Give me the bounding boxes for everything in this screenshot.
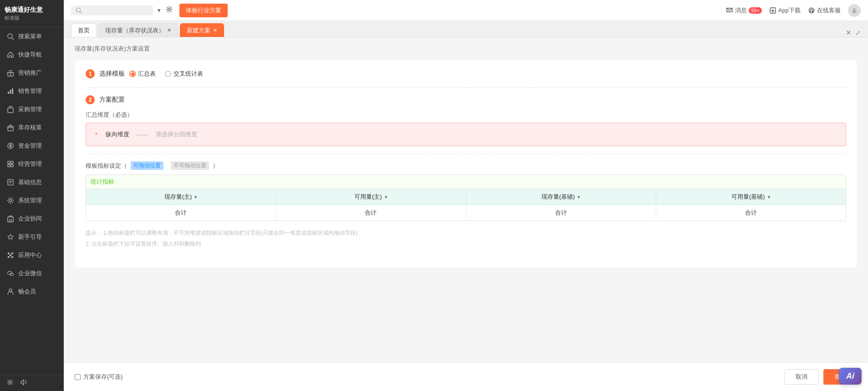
radio-crosstab-circle xyxy=(165,71,171,77)
speaker-icon[interactable] xyxy=(20,379,27,387)
sidebar-item-finance[interactable]: 资金管理 xyxy=(0,137,64,155)
col1-caret[interactable]: ▾ xyxy=(194,194,197,200)
box-icon xyxy=(6,123,15,132)
sidebar-item-label: 新手引导 xyxy=(18,233,42,241)
sidebar-item-search-menu[interactable]: 搜索菜单 xyxy=(0,27,64,46)
step1-title: 选择模板 xyxy=(99,70,125,78)
topbar-right: 消息 99+ App下载 在线客服 xyxy=(726,4,861,17)
messages-badge: 99+ xyxy=(749,7,762,14)
stats-title: 统计指标 xyxy=(86,175,846,189)
svg-point-33 xyxy=(853,8,856,10)
radio-summary[interactable]: 汇总表 xyxy=(129,70,156,78)
table-col-4[interactable]: 可用量(基辅) ▾ xyxy=(656,189,846,205)
table-row: 合计 合计 合计 合计 xyxy=(86,205,846,221)
svg-point-14 xyxy=(10,199,12,201)
gear-icon xyxy=(6,196,15,205)
col2-caret[interactable]: ▾ xyxy=(385,194,388,200)
sidebar-item-label: 库存核算 xyxy=(18,123,42,132)
svg-rect-5 xyxy=(12,88,13,94)
sidebar-item-basic-info[interactable]: 基础信息 xyxy=(0,173,64,191)
messages-btn[interactable]: 消息 99+ xyxy=(726,6,762,15)
radio-crosstab-label: 交叉统计表 xyxy=(174,70,203,78)
table-col-1[interactable]: 现存量(主) ▾ xyxy=(86,189,276,205)
step1-section: 1 选择模板 汇总表 交叉统计表 xyxy=(86,69,846,78)
svg-rect-31 xyxy=(810,11,811,12)
sidebar-item-quick-nav[interactable]: 快捷导航 xyxy=(0,46,64,64)
sidebar-nav: 搜索菜单 快捷导航 营销推广 销售管理 采购管理 xyxy=(0,27,64,375)
col3-caret[interactable]: ▾ xyxy=(577,194,580,200)
sidebar-item-label: 应用中心 xyxy=(18,251,42,259)
sidebar-item-label: 销售管理 xyxy=(18,87,42,95)
sidebar-item-app-center[interactable]: 应用中心 xyxy=(0,246,64,264)
indicator-settings-label: 模板指标设定（ 可拖动位置 不可拖动位置 ） xyxy=(86,161,846,170)
grid-icon xyxy=(6,160,15,168)
svg-rect-7 xyxy=(8,126,13,131)
sidebar-item-inventory[interactable]: 库存核算 xyxy=(0,118,64,137)
sidebar-item-member[interactable]: 畅会员 xyxy=(0,283,64,301)
page-title: 现存量(库存状况表)方案设置 xyxy=(75,45,857,53)
indicator-suffix: ） xyxy=(213,162,219,170)
settings-icon[interactable] xyxy=(6,379,14,387)
svg-point-28 xyxy=(168,8,170,10)
sidebar-item-new-guide[interactable]: 新手引导 xyxy=(0,228,64,246)
save-checkbox-input[interactable] xyxy=(75,374,81,380)
table-col-3[interactable]: 现存量(基辅) ▾ xyxy=(466,189,656,205)
sidebar-item-purchase[interactable]: 采购管理 xyxy=(0,100,64,118)
experience-btn[interactable]: 体验行业方案 xyxy=(179,4,228,17)
sidebar-item-wechat[interactable]: 企业微信 xyxy=(0,264,64,283)
search-icon xyxy=(6,32,15,41)
cell-1-3: 合计 xyxy=(466,205,656,221)
dimension-vertical-label: 纵向维度 xyxy=(106,130,129,139)
tab-new-scheme-close[interactable]: ✕ xyxy=(213,27,217,33)
tab-inventory-status[interactable]: 现存量（库存状况表） ✕ xyxy=(98,23,178,37)
app-download-btn[interactable]: App下载 xyxy=(769,6,801,15)
tab-inventory-status-close[interactable]: ✕ xyxy=(167,27,171,33)
no-drag-badge: 不可拖动位置 xyxy=(171,161,209,170)
table-header: 现存量(主) ▾ 可用量(主) ▾ 现存量(基辅) ▾ 可用量(基辅) xyxy=(86,189,846,205)
radio-crosstab[interactable]: 交叉统计表 xyxy=(165,70,203,78)
tab-new-scheme[interactable]: 新建方案 ✕ xyxy=(180,23,224,37)
col4-label: 可用量(基辅) xyxy=(731,193,765,201)
svg-line-27 xyxy=(80,11,82,13)
svg-rect-32 xyxy=(812,11,813,12)
topbar-gear-icon[interactable] xyxy=(165,5,173,15)
expand-icon[interactable]: ⤢ xyxy=(855,29,861,36)
topbar-dropdown-icon[interactable]: ▾ xyxy=(158,7,161,14)
svg-rect-4 xyxy=(10,90,11,94)
cell-1-4: 合计 xyxy=(656,205,846,221)
ai-fab[interactable]: Ai xyxy=(839,368,862,385)
col1-label: 现存量(主) xyxy=(164,193,192,201)
col4-caret[interactable]: ▾ xyxy=(768,194,771,200)
sidebar-item-sales[interactable]: 销售管理 xyxy=(0,82,64,100)
svg-rect-19 xyxy=(8,256,10,258)
app-download-label: App下载 xyxy=(778,6,801,15)
app-edition: 标准版 xyxy=(5,15,59,21)
online-service-btn[interactable]: 在线客服 xyxy=(808,6,841,15)
sidebar-item-enterprise[interactable]: 企业协同 xyxy=(0,210,64,228)
sidebar-item-marketing[interactable]: 营销推广 xyxy=(0,64,64,82)
sidebar-item-label: 企业微信 xyxy=(18,269,42,278)
cell-1-1: 合计 xyxy=(86,205,276,221)
table-col-2[interactable]: 可用量(主) ▾ xyxy=(276,189,466,205)
user-avatar[interactable] xyxy=(848,4,861,17)
svg-rect-12 xyxy=(11,165,13,167)
sidebar-item-system[interactable]: 系统管理 xyxy=(0,191,64,210)
star-icon xyxy=(6,233,15,241)
topbar-search-icon xyxy=(76,7,82,14)
dimension-row: * 纵向维度 —— 请选择分组维度 xyxy=(95,130,837,139)
tab-home[interactable]: 首页 xyxy=(71,23,97,37)
topbar-search-input[interactable] xyxy=(85,7,139,14)
sidebar-item-operations[interactable]: 经营管理 xyxy=(0,155,64,173)
save-checkbox-label[interactable]: 方案保存(可选) xyxy=(75,373,123,381)
dimension-dash: —— xyxy=(137,131,148,138)
topbar-search-box[interactable] xyxy=(71,5,153,15)
cancel-button[interactable]: 取消 xyxy=(784,369,819,385)
sidebar-item-label: 经营管理 xyxy=(18,160,42,168)
dimension-placeholder[interactable]: 请选择分组维度 xyxy=(156,130,197,139)
svg-rect-17 xyxy=(8,252,10,254)
sidebar-item-label: 快捷导航 xyxy=(18,51,42,59)
close-panel-icon[interactable]: ✕ xyxy=(846,29,852,37)
apps-icon xyxy=(6,251,15,259)
bag-icon xyxy=(6,105,15,113)
step-divider-2 xyxy=(86,154,846,154)
